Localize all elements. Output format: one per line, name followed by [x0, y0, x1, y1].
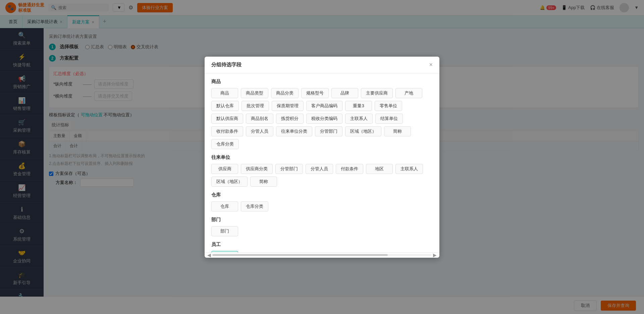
field-tag-main-contact2[interactable]: 主联系人 [395, 164, 423, 174]
field-tag-customer-code[interactable]: 客户商品编码 [306, 101, 342, 111]
field-tag-warehouse[interactable]: 仓库 [211, 201, 238, 211]
field-tag-mgmt-dept[interactable]: 分管部门 [315, 126, 342, 136]
section-counterpart-tags: 供应商 供应商分类 分管部门 分管人员 付款条件 地区 主联系人 区域（地区） … [211, 164, 433, 187]
field-tag-product-alias[interactable]: 商品别名 [246, 114, 273, 124]
field-tag-default-supplier[interactable]: 默认供应商 [211, 114, 243, 124]
modal-body: 商品 商品 商品类型 商品分类 规格型号 品牌 主要供应商 产地 默认仓库 批次… [205, 73, 439, 252]
field-tag-shelf-life[interactable]: 保质期管理 [272, 101, 304, 111]
field-tag-abbrev2[interactable]: 简称 [250, 177, 277, 187]
field-tag-person[interactable]: 分管人员 [306, 164, 333, 174]
field-tag-settlement-unit[interactable]: 结算单位 [375, 114, 403, 124]
modal-overlay: 分组待选字段 × 商品 商品 商品类型 商品分类 规格型号 品牌 主要供应商 产… [0, 0, 644, 314]
field-tag-department[interactable]: 部门 [211, 226, 238, 236]
field-tag-region[interactable]: 区域（地区） [345, 126, 381, 136]
modal-scrollbar-thumb [212, 254, 388, 256]
modal: 分组待选字段 × 商品 商品 商品类型 商品分类 规格型号 品牌 主要供应商 产… [205, 57, 439, 258]
field-tag-main-contact[interactable]: 主联系人 [345, 114, 373, 124]
section-staff-title: 员工 [211, 242, 433, 248]
modal-header: 分组待选字段 × [205, 57, 439, 73]
field-tag-abbrev[interactable]: 简称 [384, 126, 411, 136]
field-tag-mgmt-person[interactable]: 分管人员 [246, 126, 273, 136]
scroll-right-btn[interactable]: ▶ [432, 252, 438, 258]
section-counterpart: 往来单位 供应商 供应商分类 分管部门 分管人员 付款条件 地区 主联系人 区域… [211, 154, 433, 187]
field-tag-warehouse-cat[interactable]: 仓库分类 [211, 139, 239, 149]
field-tag-brand[interactable]: 品牌 [331, 88, 358, 98]
field-tag-spec-model[interactable]: 规格型号 [301, 88, 329, 98]
field-tag-tax-code[interactable]: 税收分类编码 [306, 114, 342, 124]
field-tag-origin[interactable]: 产地 [395, 88, 422, 98]
modal-scrollbar-track[interactable] [212, 254, 432, 256]
field-tag-weight3[interactable]: 重量3 [345, 101, 372, 111]
scroll-left-btn[interactable]: ◀ [206, 252, 212, 258]
field-tag-supplier-cat[interactable]: 供应商分类 [241, 164, 273, 174]
field-tag-counterpart-cat[interactable]: 往来单位分类 [276, 126, 312, 136]
field-tag-warehouse-cat2[interactable]: 仓库分类 [241, 201, 268, 211]
section-department: 部门 部门 [211, 217, 433, 236]
field-tag-dept[interactable]: 分管部门 [275, 164, 303, 174]
section-department-title: 部门 [211, 217, 433, 223]
field-tag-main-supplier[interactable]: 主要供应商 [361, 88, 393, 98]
field-tag-supplier[interactable]: 供应商 [211, 164, 238, 174]
section-product: 商品 商品 商品类型 商品分类 规格型号 品牌 主要供应商 产地 默认仓库 批次… [211, 79, 433, 149]
section-department-tags: 部门 [211, 226, 433, 236]
field-tag-retail-unit[interactable]: 零售单位 [375, 101, 402, 111]
field-tag-product-type[interactable]: 商品类型 [241, 88, 268, 98]
section-counterpart-title: 往来单位 [211, 154, 433, 161]
field-tag-payment-terms[interactable]: 收付款条件 [211, 126, 243, 136]
section-staff: 员工 业务员 [211, 242, 433, 252]
field-tag-batch-mgmt[interactable]: 批次管理 [241, 101, 269, 111]
section-product-title: 商品 [211, 79, 433, 85]
section-product-tags: 商品 商品类型 商品分类 规格型号 品牌 主要供应商 产地 默认仓库 批次管理 … [211, 88, 433, 149]
section-warehouse: 仓库 仓库 仓库分类 [211, 192, 433, 211]
section-warehouse-tags: 仓库 仓库分类 [211, 201, 433, 211]
field-tag-default-warehouse[interactable]: 默认仓库 [211, 101, 239, 111]
field-tag-area[interactable]: 地区 [366, 164, 393, 174]
modal-title: 分组待选字段 [211, 62, 241, 68]
modal-close-button[interactable]: × [429, 61, 433, 68]
field-tag-pick-points[interactable]: 拣货积分 [276, 114, 304, 124]
section-warehouse-title: 仓库 [211, 192, 433, 198]
field-tag-product-cat[interactable]: 商品分类 [271, 88, 299, 98]
field-tag-pay-cond[interactable]: 付款条件 [336, 164, 363, 174]
modal-scrollbar-area: ◀ ▶ [205, 252, 439, 258]
field-tag-region2[interactable]: 区域（地区） [211, 177, 248, 187]
field-tag-product[interactable]: 商品 [211, 88, 238, 98]
